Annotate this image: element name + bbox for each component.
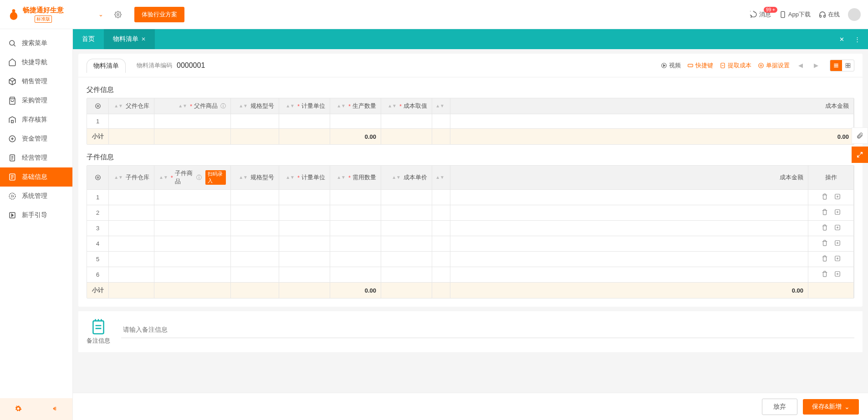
close-icon[interactable]: ✕ bbox=[141, 36, 146, 42]
scan-input-badge[interactable]: 扫码录入 bbox=[205, 170, 226, 185]
add-row-button[interactable] bbox=[834, 193, 841, 201]
next-doc-button[interactable]: ▶ bbox=[812, 60, 821, 71]
parent-table-row[interactable]: 1 bbox=[87, 114, 854, 128]
discard-button[interactable]: 放弃 bbox=[762, 399, 797, 415]
col-parent-unit[interactable]: ▲▼*计量单位 bbox=[279, 98, 330, 114]
child-table-row[interactable]: 5 bbox=[87, 251, 854, 267]
sidebar-settings-button[interactable] bbox=[15, 405, 22, 414]
cell-child-warehouse[interactable] bbox=[109, 252, 154, 267]
col-gear[interactable] bbox=[87, 98, 109, 114]
sidebar-item-sales[interactable]: 销售管理 bbox=[0, 72, 72, 91]
cell-parent-cost-method[interactable] bbox=[381, 114, 432, 128]
col-parent-product[interactable]: ▲▼*父件商品ⓘ bbox=[154, 98, 231, 114]
cell-parent-unit[interactable] bbox=[279, 114, 330, 128]
child-table-row[interactable]: 2 bbox=[87, 205, 854, 220]
cell-child-product[interactable] bbox=[154, 236, 231, 251]
cell-child-amount[interactable] bbox=[450, 221, 808, 236]
cell-child-spec[interactable] bbox=[231, 252, 279, 267]
sidebar-item-basic-info[interactable]: 基础信息 bbox=[0, 167, 72, 187]
cell-child-product[interactable] bbox=[154, 190, 231, 205]
cell-child-amount[interactable] bbox=[450, 190, 808, 205]
add-row-button[interactable] bbox=[834, 271, 841, 278]
cell-child-price[interactable] bbox=[381, 236, 432, 251]
col-parent-spec[interactable]: ▲▼规格型号 bbox=[231, 98, 279, 114]
col-parent-cost-method[interactable]: ▲▼*成本取值 bbox=[381, 98, 432, 114]
extract-cost-link[interactable]: 提取成本 bbox=[720, 61, 751, 70]
sidebar-item-quicknav[interactable]: 快捷导航 bbox=[0, 53, 72, 72]
cell-child-product[interactable] bbox=[154, 221, 231, 236]
cell-child-warehouse[interactable] bbox=[109, 190, 154, 205]
cell-child-unit[interactable] bbox=[279, 205, 330, 220]
cell-child-price[interactable] bbox=[381, 205, 432, 220]
cell-child-product[interactable] bbox=[154, 205, 231, 220]
tab-home[interactable]: 首页 bbox=[73, 29, 104, 49]
attachment-button[interactable] bbox=[852, 127, 868, 144]
video-link[interactable]: 视频 bbox=[661, 61, 681, 70]
cell-child-spec[interactable] bbox=[231, 221, 279, 236]
shortcut-link[interactable]: 快捷键 bbox=[687, 61, 713, 70]
user-avatar[interactable] bbox=[848, 8, 861, 21]
delete-row-button[interactable] bbox=[822, 209, 828, 217]
cell-child-unit[interactable] bbox=[279, 221, 330, 236]
fullscreen-button[interactable] bbox=[852, 147, 868, 163]
cell-child-spec[interactable] bbox=[231, 190, 279, 205]
help-icon[interactable]: ⓘ bbox=[220, 102, 226, 110]
sidebar-item-system[interactable]: 系统管理 bbox=[0, 187, 72, 206]
cell-child-price[interactable] bbox=[381, 267, 432, 282]
cell-child-qty[interactable] bbox=[330, 205, 381, 220]
org-dropdown[interactable]: ⌄ bbox=[91, 9, 107, 20]
cell-parent-product[interactable] bbox=[154, 114, 231, 128]
cell-child-warehouse[interactable] bbox=[109, 236, 154, 251]
cell-child-unit[interactable] bbox=[279, 190, 330, 205]
sidebar-item-finance[interactable]: 资金管理 bbox=[0, 129, 72, 148]
cell-parent-warehouse[interactable] bbox=[109, 114, 154, 128]
add-row-button[interactable] bbox=[834, 209, 841, 217]
col-child-product[interactable]: ▲▼*子件商品ⓘ扫码录入 bbox=[154, 166, 231, 189]
cell-child-product[interactable] bbox=[154, 252, 231, 267]
view-card-button[interactable] bbox=[842, 60, 854, 71]
cell-child-warehouse[interactable] bbox=[109, 267, 154, 282]
cell-child-warehouse[interactable] bbox=[109, 205, 154, 220]
col-child-warehouse[interactable]: ▲▼子件仓库 bbox=[109, 166, 154, 189]
help-icon[interactable]: ⓘ bbox=[196, 174, 202, 182]
sidebar-item-guide[interactable]: 新手引导 bbox=[0, 206, 72, 225]
col-parent-warehouse[interactable]: ▲▼父件仓库 bbox=[109, 98, 154, 114]
child-table-row[interactable]: 4 bbox=[87, 236, 854, 251]
child-table-row[interactable]: 1 bbox=[87, 189, 854, 205]
org-settings-button[interactable] bbox=[112, 8, 124, 21]
promo-button[interactable]: 体验行业方案 bbox=[134, 7, 184, 22]
cell-child-spec[interactable] bbox=[231, 267, 279, 282]
doc-settings-link[interactable]: 单据设置 bbox=[758, 61, 790, 70]
prev-doc-button[interactable]: ◀ bbox=[796, 60, 805, 71]
sidebar-item-operation[interactable]: 经营管理 bbox=[0, 148, 72, 167]
cell-child-price[interactable] bbox=[381, 221, 432, 236]
delete-row-button[interactable] bbox=[822, 240, 828, 248]
add-row-button[interactable] bbox=[834, 255, 841, 263]
cell-child-unit[interactable] bbox=[279, 236, 330, 251]
delete-row-button[interactable] bbox=[822, 224, 828, 232]
col-gear[interactable] bbox=[87, 166, 109, 189]
cell-child-product[interactable] bbox=[154, 267, 231, 282]
tab-close-all-button[interactable]: ✕ bbox=[835, 33, 848, 46]
cell-child-amount[interactable] bbox=[450, 267, 808, 282]
view-list-button[interactable] bbox=[830, 60, 842, 71]
app-download-button[interactable]: App下载 bbox=[779, 10, 811, 19]
cell-child-qty[interactable] bbox=[330, 190, 381, 205]
add-row-button[interactable] bbox=[834, 224, 841, 232]
panel-tab-bom[interactable]: 物料清单 bbox=[87, 59, 126, 73]
sidebar-item-purchase[interactable]: 采购管理 bbox=[0, 91, 72, 110]
tab-more-button[interactable]: ⋮ bbox=[851, 33, 863, 46]
cell-child-amount[interactable] bbox=[450, 205, 808, 220]
sidebar-collapse-button[interactable] bbox=[51, 405, 58, 414]
sidebar-item-inventory[interactable]: 库存核算 bbox=[0, 110, 72, 129]
delete-row-button[interactable] bbox=[822, 193, 828, 201]
cell-child-qty[interactable] bbox=[330, 221, 381, 236]
sidebar-item-search[interactable]: 搜索菜单 bbox=[0, 34, 72, 53]
cell-child-qty[interactable] bbox=[330, 236, 381, 251]
add-row-button[interactable] bbox=[834, 240, 841, 248]
col-child-amount[interactable]: 成本金额 bbox=[450, 166, 808, 189]
cell-parent-amount[interactable] bbox=[450, 114, 854, 128]
cell-parent-spec[interactable] bbox=[231, 114, 279, 128]
col-child-unit[interactable]: ▲▼*计量单位 bbox=[279, 166, 330, 189]
child-table-row[interactable]: 3 bbox=[87, 220, 854, 236]
